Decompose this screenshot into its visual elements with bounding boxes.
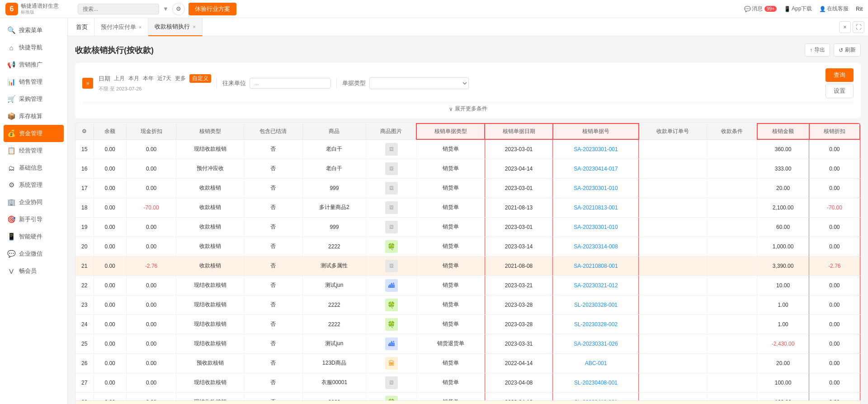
- td-cancel-type: 预收款核销: [176, 353, 244, 373]
- th-index: ⚙: [75, 124, 94, 139]
- bill-no-link[interactable]: SL-20230418-001: [574, 399, 618, 401]
- layout: 🔍 搜索菜单 ⌂ 快捷导航 📢 营销推广 📊 销售管理 🛒 采购管理 📦 库存核…: [0, 18, 868, 404]
- table-container[interactable]: ⚙ 余额 现金折扣 核销类型 包含已结清 商品 商品图片 核销单据类型 核销单据…: [75, 123, 860, 400]
- sidebar-item-marketing[interactable]: 📢 营销推广: [0, 56, 67, 73]
- bill-no-link[interactable]: SA-20230301-010: [574, 224, 618, 230]
- filter-toggle-btn[interactable]: »: [82, 78, 93, 89]
- tab-fullscreen-btn[interactable]: ⛶: [853, 21, 864, 33]
- notification-area[interactable]: 💬 消息 99+: [744, 5, 777, 13]
- sidebar-item-purchase[interactable]: 🛒 采购管理: [0, 90, 67, 108]
- bill-no-link[interactable]: SA-20230301-010: [574, 185, 618, 191]
- td-cancel-discount: -70.00: [809, 198, 860, 217]
- sidebar-item-enterprise[interactable]: 🏢 企业协同: [0, 194, 67, 211]
- sidebar-item-search-menu[interactable]: 🔍 搜索菜单: [0, 22, 67, 39]
- td-cancel-bill-no: SL-20230328-002: [553, 314, 639, 334]
- bill-no-link[interactable]: SA-20230414-017: [574, 166, 618, 172]
- receipt-type-select[interactable]: [369, 77, 469, 89]
- bill-no-link[interactable]: SA-20230314-008: [574, 243, 618, 250]
- download-icon: 📱: [784, 6, 791, 12]
- td-cancel-discount: 0.00: [809, 217, 860, 237]
- td-receipt-condition: [707, 237, 757, 256]
- td-cancel-amount: 1.00: [757, 295, 809, 314]
- date-link-this-month[interactable]: 本月: [128, 75, 139, 82]
- bill-no-link[interactable]: SL-20230328-002: [574, 321, 618, 328]
- td-cancel-type: 收款核销: [176, 178, 244, 198]
- page-content: 收款核销执行(按收款) ↑ 导出 ↺ 刷新 »: [68, 36, 868, 404]
- bill-no-link[interactable]: SA-20230331-026: [574, 341, 618, 347]
- date-link-this-year[interactable]: 本年: [143, 75, 154, 82]
- date-link-last-month[interactable]: 上月: [114, 75, 125, 82]
- td-index: 16: [75, 159, 94, 178]
- app-download[interactable]: 📱 App下载: [784, 5, 812, 13]
- td-balance: 0.00: [94, 276, 126, 295]
- date-link-more[interactable]: 更多: [175, 75, 186, 82]
- td-goods: 老白干: [302, 139, 366, 159]
- td-index: 28: [75, 392, 94, 400]
- sidebar-item-system[interactable]: ⚙ 系统管理: [0, 176, 67, 194]
- export-btn[interactable]: ↑ 导出: [805, 43, 830, 57]
- bill-no-link[interactable]: SA-20210808-001: [574, 263, 618, 269]
- sidebar-item-sales[interactable]: 📊 销售管理: [0, 73, 67, 90]
- top-bar-right: 💬 消息 99+ 📱 App下载 👤 在线客服 Rit: [744, 5, 863, 13]
- td-include-settled: 否: [244, 159, 302, 178]
- sidebar-item-biz[interactable]: 📋 经营管理: [0, 142, 67, 159]
- from-unit-input[interactable]: [250, 78, 331, 89]
- refresh-btn[interactable]: ↺ 刷新: [834, 43, 861, 57]
- sidebar-item-fund[interactable]: 💰 资金管理: [4, 125, 64, 142]
- tab-receive-cancel[interactable]: 收款核销执行 ×: [148, 18, 202, 36]
- td-cancel-amount: 10.00: [757, 276, 809, 295]
- table-settings-btn[interactable]: 设置: [826, 84, 854, 98]
- data-table: ⚙ 余额 现金折扣 核销类型 包含已结清 商品 商品图片 核销单据类型 核销单据…: [75, 123, 860, 400]
- table-row: 16 0.00 0.00 预付冲应收 否 老白干 🖼 销货单 2023-04-1…: [75, 159, 860, 178]
- date-link-custom[interactable]: 自定义: [189, 74, 211, 83]
- tab-prepay[interactable]: 预付冲应付单 ×: [94, 18, 148, 36]
- sidebar-item-quick-nav[interactable]: ⌂ 快捷导航: [0, 39, 67, 56]
- user-label[interactable]: Rit: [856, 6, 863, 12]
- tab-close-btn[interactable]: ×: [839, 21, 851, 33]
- sidebar-item-weixin[interactable]: 💬 企业微信: [0, 245, 67, 262]
- tab-prepay-close[interactable]: ×: [139, 24, 142, 30]
- td-cash-discount: 0.00: [126, 392, 176, 400]
- td-goods-img: 🏙: [366, 276, 417, 295]
- expand-conditions-btn[interactable]: ∨ 展开更多条件: [449, 105, 487, 113]
- settings-icon[interactable]: ⚙: [82, 128, 87, 134]
- online-service[interactable]: 👤 在线客服: [819, 5, 849, 13]
- td-cancel-bill-no: SA-20230414-017: [553, 159, 639, 178]
- td-cancel-bill-type: 销货退货单: [416, 334, 485, 353]
- bill-no-link[interactable]: SL-20230328-001: [574, 302, 618, 308]
- query-btn[interactable]: 查询: [826, 68, 854, 82]
- bill-no-link[interactable]: SA-20230321-012: [574, 282, 618, 289]
- td-cancel-bill-date: 2023-04-14: [485, 159, 553, 178]
- td-goods: 999: [302, 217, 366, 237]
- sidebar-item-smart-hw[interactable]: 📱 智能硬件: [0, 228, 67, 245]
- td-cancel-type: 收款核销: [176, 256, 244, 276]
- td-cancel-bill-type: 销货单: [416, 295, 485, 314]
- date-label: 日期: [99, 75, 110, 83]
- bill-no-link[interactable]: SL-20230408-001: [574, 380, 618, 386]
- bill-no-link[interactable]: ABC-001: [585, 360, 607, 366]
- th-receipt-condition: 收款条件: [707, 124, 757, 139]
- th-receipt-order-no: 收款单订单号: [639, 124, 707, 139]
- td-receipt-condition: [707, 256, 757, 276]
- th-goods-img: 商品图片: [366, 124, 417, 139]
- dropdown-icon[interactable]: ▼: [163, 5, 169, 12]
- table-row: 27 0.00 0.00 现结收款核销 否 衣服00001 🖼 销货单 2023…: [75, 373, 860, 392]
- td-receipt-order-no: [639, 256, 707, 276]
- date-link-7days[interactable]: 近7天: [157, 75, 171, 82]
- td-cancel-bill-date: 2023-03-01: [485, 178, 553, 198]
- top-search-input[interactable]: [78, 4, 159, 14]
- td-cancel-bill-date: 2023-03-01: [485, 139, 553, 159]
- sidebar-item-basic[interactable]: 🗂 基础信息: [0, 159, 67, 176]
- tab-home[interactable]: 首页: [70, 18, 94, 36]
- tab-receive-cancel-close[interactable]: ×: [193, 24, 195, 29]
- td-index: 27: [75, 373, 94, 392]
- settings-icon[interactable]: ⚙: [172, 3, 185, 15]
- td-cancel-amount: 20.00: [757, 353, 809, 373]
- industry-btn[interactable]: 休验行业方案: [189, 3, 236, 15]
- sidebar-item-inventory[interactable]: 📦 库存核算: [0, 108, 67, 125]
- td-cancel-amount: 1,000.00: [757, 237, 809, 256]
- sidebar-item-vip[interactable]: V 畅会员: [0, 262, 67, 280]
- bill-no-link[interactable]: SA-20210813-001: [574, 204, 618, 211]
- bill-no-link[interactable]: SA-20230301-001: [574, 146, 618, 152]
- sidebar-item-guide[interactable]: 🎯 新手引导: [0, 211, 67, 228]
